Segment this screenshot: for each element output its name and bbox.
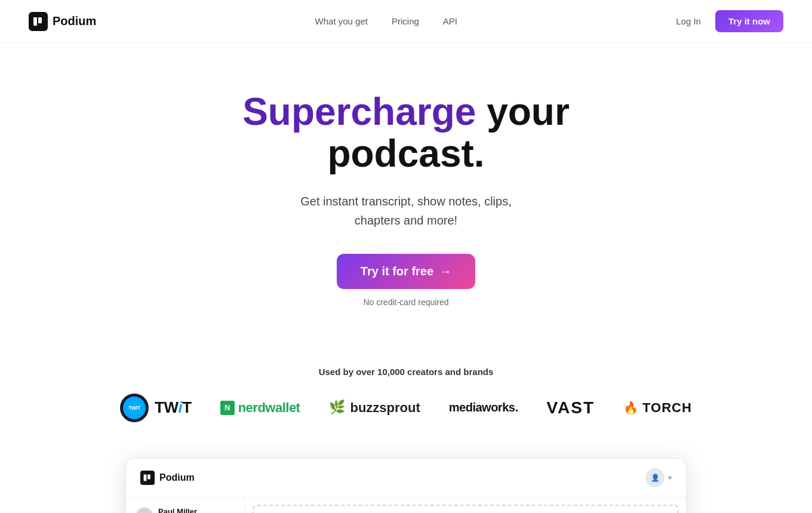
- app-preview-window: Podium 👤 ▾ 👤 Paul Miller 160 Credits ▾: [125, 458, 687, 513]
- app-window-avatar: 👤: [645, 468, 665, 487]
- app-window-logo: Podium: [140, 471, 195, 485]
- logo-twit: TWiT TWiT: [120, 394, 192, 422]
- logos-row: TWiT TWiT N nerdwallet 🌿 buzzsprout medi…: [29, 394, 783, 422]
- nav-actions: Log In Try it now: [676, 10, 783, 32]
- app-sidebar-user-info: Paul Miller 160 Credits: [158, 507, 227, 513]
- svg-rect-1: [38, 17, 42, 23]
- hero-cta-button[interactable]: Try it for free →: [337, 254, 475, 289]
- logo-nerdwallet: N nerdwallet: [220, 400, 300, 416]
- twit-circle-icon: TWiT: [120, 394, 149, 422]
- hero-heading-accent: Supercharge: [242, 90, 476, 133]
- buzzsprout-leaf-icon: 🌿: [328, 400, 345, 416]
- logo-link[interactable]: Podium: [29, 12, 96, 31]
- nav-cta-button[interactable]: Try it now: [715, 10, 783, 32]
- no-credit-card-label: No credit-card required: [363, 297, 448, 307]
- nav-what-you-get[interactable]: What you get: [315, 16, 368, 26]
- hero-cta-wrap: Try it for free → No credit-card require…: [166, 254, 646, 307]
- nav-api[interactable]: API: [443, 16, 457, 26]
- app-window-logo-icon: [140, 471, 155, 485]
- svg-rect-2: [144, 474, 147, 481]
- hero-subtitle: Get instant transcript, show notes, clip…: [166, 192, 646, 230]
- app-sidebar-user-name: Paul Miller: [158, 507, 227, 513]
- hero-heading: Supercharge your podcast.: [166, 91, 646, 175]
- app-main-area[interactable]: ↓ Upload a file or drag here: [253, 505, 679, 513]
- app-sidebar: 👤 Paul Miller 160 Credits ▾: [126, 497, 245, 513]
- app-window-avatar-wrap[interactable]: 👤 ▾: [645, 468, 672, 487]
- logo-vast: VAST: [546, 398, 595, 417]
- svg-rect-0: [33, 17, 37, 26]
- login-link[interactable]: Log In: [676, 16, 701, 26]
- svg-rect-3: [147, 474, 150, 479]
- nav-links: What you get Pricing API: [315, 16, 457, 26]
- app-window-chevron-icon: ▾: [668, 474, 672, 482]
- app-window-logo-text: Podium: [159, 472, 195, 483]
- app-sidebar-user[interactable]: 👤 Paul Miller 160 Credits ▾: [136, 507, 235, 513]
- main-nav: Podium What you get Pricing API Log In T…: [0, 0, 812, 43]
- logo-icon: [29, 12, 48, 31]
- nerdwallet-icon: N: [220, 401, 235, 415]
- torch-flame-icon: 🔥: [623, 401, 639, 415]
- app-preview-section: Podium 👤 ▾ 👤 Paul Miller 160 Credits ▾: [0, 434, 812, 513]
- social-proof-section: Used by over 10,000 creators and brands …: [0, 343, 812, 434]
- logo-mediaworks: mediaworks.: [449, 401, 518, 414]
- app-sidebar-avatar: 👤: [136, 508, 153, 513]
- app-window-body: 👤 Paul Miller 160 Credits ▾ ↓ Upload a f…: [126, 497, 686, 513]
- logo-torch: 🔥 TORCH: [623, 400, 692, 416]
- logo-text: Podium: [53, 14, 96, 28]
- hero-section: Supercharge your podcast. Get instant tr…: [137, 43, 675, 343]
- social-proof-title: Used by over 10,000 creators and brands: [29, 367, 783, 377]
- nav-pricing[interactable]: Pricing: [392, 16, 419, 26]
- logo-buzzsprout: 🌿 buzzsprout: [328, 400, 420, 416]
- app-window-header: Podium 👤 ▾: [126, 459, 686, 497]
